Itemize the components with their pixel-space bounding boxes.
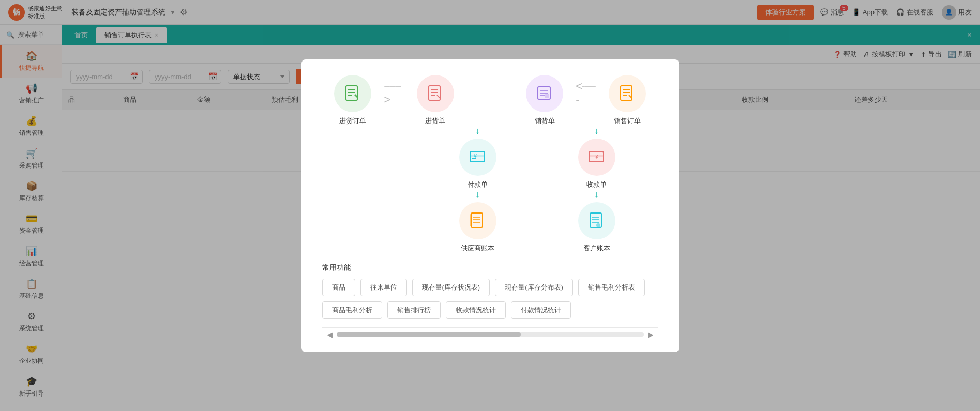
func-btn-payment-stat[interactable]: 付款情况统计 xyxy=(511,301,571,319)
supplier-ledger-circle xyxy=(459,202,496,239)
receipt-icon: ¥ xyxy=(587,147,607,167)
common-functions: 常用功能 商品 往来单位 现存量(库存状况表) 现存量(库存分布表) 销售毛利分… xyxy=(322,263,658,319)
purchase-circle xyxy=(417,75,454,112)
spacer8 xyxy=(350,189,417,200)
flow-label-sales: 销货单 xyxy=(535,116,555,126)
flow-label-purchase: 进货单 xyxy=(425,116,445,126)
flow-label-receipt: 收款单 xyxy=(586,180,607,189)
spacer2 xyxy=(350,126,417,136)
flow-row-2: ¥ 付款单 ¥ 收款单 xyxy=(350,139,630,189)
spacer3 xyxy=(417,126,444,136)
sales-circle xyxy=(526,75,563,112)
arrow-right-1: ------> xyxy=(384,80,404,106)
svg-rect-18 xyxy=(470,155,485,157)
spacer4 xyxy=(511,126,563,136)
flow-node-customer-ledger: 客户账本 xyxy=(563,202,630,253)
arrow-down-payment: ↓ xyxy=(444,189,511,200)
arrow-down-receipt: ↓ xyxy=(563,189,630,200)
func-btn-sales-rank[interactable]: 销售排行榜 xyxy=(387,301,441,319)
customer-ledger-circle xyxy=(578,202,615,239)
flow-label-customer-ledger: 客户账本 xyxy=(583,243,610,253)
payment-circle: ¥ xyxy=(459,139,496,176)
scroll-left-btn[interactable]: ◀ xyxy=(327,331,333,339)
down-arrow-4: ↓ xyxy=(594,189,599,200)
svg-text:¥: ¥ xyxy=(595,154,598,160)
func-btn-receipt-stat[interactable]: 收款情况统计 xyxy=(446,301,506,319)
flow-label-payment: 付款单 xyxy=(468,180,488,189)
down-arrow-1: ↓ xyxy=(475,126,480,136)
scroll-bar-area: ◀ ▶ xyxy=(322,327,658,342)
flow-label-supplier-ledger: 供应商账本 xyxy=(461,243,494,253)
func-buttons: 商品 往来单位 现存量(库存状况表) 现存量(库存分布表) 销售毛利分析表 商品… xyxy=(322,279,658,319)
arrow-left-1: <------ xyxy=(576,80,596,106)
scroll-track xyxy=(337,332,644,337)
common-functions-title: 常用功能 xyxy=(322,263,658,272)
flow-node-purchase-order: 进货订单 xyxy=(322,75,384,126)
flow-row-arrows2: ↓ ↓ xyxy=(322,189,658,200)
func-btn-sales-margin[interactable]: 销售毛利分析表 xyxy=(578,279,645,296)
flow-row-arrows: ↓ ↓ xyxy=(322,126,658,136)
flow-node-receipt: ¥ 收款单 xyxy=(563,139,630,189)
popup-dialog: 进货订单 ------> xyxy=(301,59,679,352)
supplier-ledger-icon xyxy=(468,211,488,231)
flow-node-purchase: 进货单 xyxy=(404,75,466,126)
func-btn-stock-dist[interactable]: 现存量(库存分布表) xyxy=(495,279,573,296)
flow-diagram: 进货订单 ------> xyxy=(322,75,658,253)
flow-label-purchase-order: 进货订单 xyxy=(339,116,366,126)
sales-order-icon xyxy=(617,84,637,103)
flow-row-1: 进货订单 ------> xyxy=(322,75,658,126)
payment-icon: ¥ xyxy=(468,147,488,167)
purchase-order-circle xyxy=(334,75,371,112)
customer-ledger-icon xyxy=(587,211,607,231)
flow-row-3: 供应商账本 客户账本 xyxy=(350,202,630,253)
receipt-circle: ¥ xyxy=(578,139,615,176)
func-btn-contacts[interactable]: 往来单位 xyxy=(360,279,407,296)
purchase-icon xyxy=(426,84,445,103)
flow-node-sales-order: 销售订单 xyxy=(596,75,658,126)
spacer10 xyxy=(511,189,563,200)
flow-node-payment: ¥ 付款单 xyxy=(444,139,511,189)
spacer9 xyxy=(417,189,444,200)
down-arrow-3: ↓ xyxy=(475,189,480,200)
purchase-order-icon xyxy=(343,84,363,103)
flow-label-sales-order: 销售订单 xyxy=(614,116,641,126)
flow-node-sales: 销货单 xyxy=(514,75,576,126)
scroll-right-btn[interactable]: ▶ xyxy=(648,331,653,339)
down-arrow-2: ↓ xyxy=(594,126,599,136)
svg-rect-24 xyxy=(471,213,483,227)
svg-text:¥: ¥ xyxy=(473,154,477,159)
sales-order-circle xyxy=(609,75,646,112)
svg-rect-12 xyxy=(545,94,549,98)
flow-node-supplier-ledger: 供应商账本 xyxy=(444,202,511,253)
svg-point-33 xyxy=(596,223,600,227)
scroll-thumb xyxy=(337,332,521,337)
func-btn-product[interactable]: 商品 xyxy=(322,279,355,296)
arrow-down-purchase: ↓ xyxy=(444,126,511,136)
func-btn-stock-status[interactable]: 现存量(库存状况表) xyxy=(412,279,490,296)
popup-overlay[interactable]: 进货订单 ------> xyxy=(0,0,980,411)
arrow-down-sales: ↓ xyxy=(563,126,630,136)
func-btn-product-margin[interactable]: 商品毛利分析 xyxy=(322,301,382,319)
sales-icon xyxy=(535,84,554,103)
svg-rect-28 xyxy=(470,214,472,226)
